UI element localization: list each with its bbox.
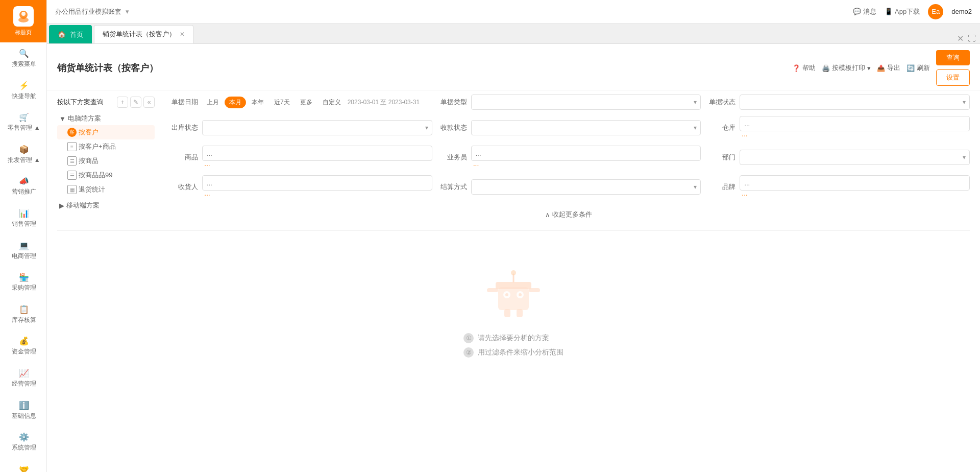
receiver-ellipsis[interactable]: ··· <box>202 191 212 199</box>
user-avatar[interactable]: Ea <box>928 4 943 19</box>
tip-text-1: 请先选择要分析的方案 <box>478 334 549 343</box>
sidebar-item-shortcut[interactable]: ⚡ 快捷导航 <box>0 75 46 107</box>
header-left: 办公用品行业模拟账套 ▾ <box>55 7 129 16</box>
print-button[interactable]: 🖨️ 按模板打印 ▾ <box>822 63 871 73</box>
breadcrumb-arrow[interactable]: ▾ <box>126 8 129 15</box>
sidebar-item-system[interactable]: ⚙️ 系统管理 <box>0 426 46 458</box>
dept-select[interactable] <box>740 150 970 165</box>
sidebar-item-enterprise[interactable]: 🤝 企业协同 <box>0 458 46 472</box>
tip-text-2: 用过滤条件来缩小分析范围 <box>478 348 564 357</box>
operations-icon: 📈 <box>19 368 29 378</box>
refresh-label: 刷新 <box>917 63 930 73</box>
date-tab-last-month[interactable]: 上月 <box>202 97 224 108</box>
sidebar-item-sales[interactable]: 📊 销售管理 <box>0 202 46 234</box>
sidebar-item-finance[interactable]: 💰 资金管理 <box>0 330 46 362</box>
warehouse-control: ··· <box>740 116 970 139</box>
scheme-edit-button[interactable]: ✎ <box>130 97 141 108</box>
scheme-group-desktop-toggle[interactable]: ▼ 电脑端方案 <box>57 112 155 125</box>
date-tab-7days[interactable]: 近7天 <box>270 97 295 108</box>
tab-home[interactable]: 🏠 首页 <box>49 25 92 43</box>
sidebar-item-label: 搜索菜单 <box>12 60 36 68</box>
empty-tip-2: ② 用过滤条件来缩小分析范围 <box>463 347 564 358</box>
sidebar-item-ecommerce[interactable]: 💻 电商管理 <box>0 234 46 267</box>
scheme-item-by-customer[interactable]: 客 按客户 <box>57 125 155 139</box>
out-status-select[interactable] <box>202 120 432 135</box>
scheme-item-return-stats[interactable]: ▦ 退货统计 <box>57 182 155 197</box>
salesperson-input[interactable] <box>471 146 701 161</box>
filter-row-3: 商品 ··· 业务员 ··· <box>167 146 970 169</box>
header-right: 💬 消息 📱 App下载 Ea demo2 <box>853 4 972 19</box>
receiver-input[interactable] <box>202 175 432 191</box>
sidebar-nav: 🔍 搜索菜单 ⚡ 快捷导航 🛒 零售管理 ▲ 📦 批发管理 ▲ 📣 营销推广 📊… <box>0 42 46 472</box>
doc-type-wrapper <box>471 95 701 110</box>
tab-close-button[interactable]: ✕ <box>180 31 185 38</box>
brand-input[interactable] <box>740 175 970 191</box>
flash-icon: ⚡ <box>19 81 29 90</box>
filter-out-status: 出库状态 <box>167 120 432 135</box>
collapse-filter-button[interactable]: ∧ 收起更多条件 <box>545 207 592 222</box>
scheme-group-mobile-toggle[interactable]: ▶ 移动端方案 <box>57 199 155 212</box>
print-icon: 🖨️ <box>822 64 830 72</box>
window-maximize-button[interactable]: ⛶ <box>968 34 976 43</box>
system-icon: ⚙️ <box>19 432 29 442</box>
refresh-icon: 🔄 <box>906 64 915 72</box>
goods-input[interactable] <box>202 146 432 161</box>
warehouse-input[interactable] <box>740 116 970 131</box>
scheme-add-button[interactable]: + <box>117 97 128 108</box>
settings-button[interactable]: 设置 <box>936 69 970 86</box>
date-tab-this-month[interactable]: 本月 <box>225 97 246 108</box>
sidebar: 标题页 🔍 搜索菜单 ⚡ 快捷导航 🛒 零售管理 ▲ 📦 批发管理 ▲ 📣 营销… <box>0 0 47 472</box>
svg-point-8 <box>519 293 522 296</box>
sidebar-item-operations[interactable]: 📈 经营管理 <box>0 362 46 394</box>
sidebar-item-search[interactable]: 🔍 搜索菜单 <box>0 42 46 75</box>
out-status-label: 出库状态 <box>167 123 198 132</box>
sidebar-item-inventory[interactable]: 📋 库存核算 <box>0 298 46 331</box>
doc-type-select[interactable] <box>471 95 701 110</box>
sidebar-item-purchase[interactable]: 🏪 采购管理 <box>0 266 46 298</box>
action-buttons: 查询 设置 <box>936 50 970 86</box>
scheme-item-by-goods[interactable]: ☰ 按商品 <box>57 154 155 168</box>
sidebar-item-wholesale[interactable]: 📦 批发管理 ▲ <box>0 138 46 171</box>
sidebar-item-basic[interactable]: ℹ️ 基础信息 <box>0 394 46 427</box>
main-area: 办公用品行业模拟账套 ▾ 💬 消息 📱 App下载 Ea demo2 🏠 首页 … <box>47 0 980 472</box>
brand-ellipsis[interactable]: ··· <box>740 191 750 199</box>
sales-icon: 📊 <box>19 208 29 218</box>
window-close-button[interactable]: ✕ <box>957 34 964 43</box>
doc-type-label: 单据类型 <box>436 98 467 107</box>
help-icon: ❓ <box>792 64 800 72</box>
sidebar-item-marketing[interactable]: 📣 营销推广 <box>0 170 46 202</box>
search-icon: 🔍 <box>19 49 29 58</box>
sidebar-item-retail[interactable]: 🛒 零售管理 ▲ <box>0 106 46 138</box>
query-button[interactable]: 查询 <box>936 50 970 65</box>
date-tab-more[interactable]: 更多 <box>296 97 317 108</box>
filter-settlement: 结算方式 <box>436 179 701 195</box>
scheme-collapse-button[interactable]: « <box>143 97 155 108</box>
print-arrow: ▾ <box>867 64 871 72</box>
goods-ellipsis[interactable]: ··· <box>202 161 212 169</box>
settlement-select[interactable] <box>471 179 701 195</box>
page-title: 销货单统计表（按客户） <box>57 62 158 74</box>
username[interactable]: demo2 <box>951 8 972 15</box>
warehouse-ellipsis[interactable]: ··· <box>740 131 750 139</box>
sidebar-item-label: 基础信息 <box>12 412 36 420</box>
app-download-button[interactable]: 📱 App下载 <box>885 7 920 16</box>
refresh-button[interactable]: 🔄 刷新 <box>906 63 930 73</box>
help-button[interactable]: ❓ 帮助 <box>792 63 816 73</box>
sidebar-logo[interactable]: 标题页 <box>0 0 46 42</box>
doc-status-select[interactable] <box>740 95 970 110</box>
message-button[interactable]: 💬 消息 <box>853 7 876 16</box>
tip-num-1: ① <box>463 333 474 343</box>
doc-status-label: 单据状态 <box>705 98 736 107</box>
filter-row: 按以下方案查询 + ✎ « ▼ 电脑端方案 <box>57 95 970 226</box>
date-tab-this-year[interactable]: 本年 <box>247 97 268 108</box>
scheme-item-by-goods-99[interactable]: ☰ 按商品品99 <box>57 168 155 182</box>
avatar-initials: Ea <box>932 8 940 15</box>
scheme-item-by-customer-goods[interactable]: ≡ 按客户+商品 <box>57 139 155 154</box>
receipt-status-select[interactable] <box>471 120 701 135</box>
sidebar-item-label: 电商管理 <box>12 252 36 261</box>
empty-state: ① 请先选择要分析的方案 ② 用过滤条件来缩小分析范围 <box>47 231 980 388</box>
export-button[interactable]: 📤 导出 <box>877 63 900 73</box>
salesperson-ellipsis[interactable]: ··· <box>471 161 481 169</box>
date-tab-custom[interactable]: 自定义 <box>318 97 346 108</box>
tab-report[interactable]: 销货单统计表（按客户） ✕ <box>94 25 193 43</box>
